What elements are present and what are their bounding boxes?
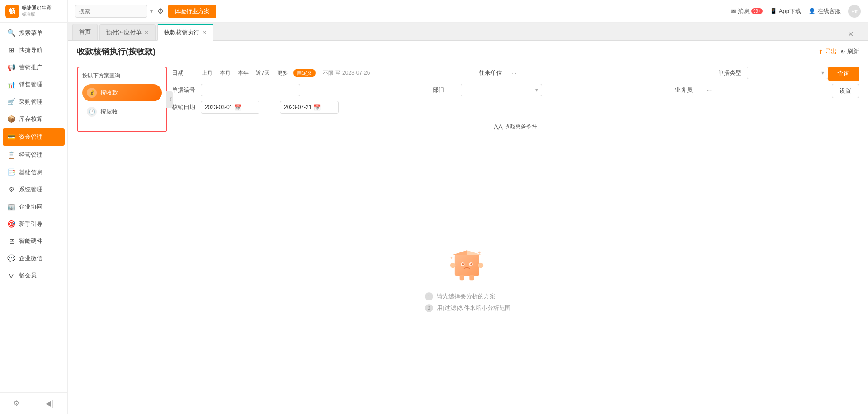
dept-select[interactable]: ▾ <box>461 84 542 96</box>
solution-button[interactable]: 体验行业方案 <box>168 5 216 18</box>
message-icon: ✉ <box>731 8 736 14</box>
shortcut-last-month[interactable]: 上月 <box>200 68 214 78</box>
receivable-icon: 🕐 <box>87 107 97 117</box>
quick-nav-icon: ⊞ <box>7 46 15 54</box>
sidebar-item-member[interactable]: V畅会员 <box>0 267 67 284</box>
sidebar-item-search-menu[interactable]: 🔍搜索菜单 <box>0 24 67 42</box>
sidebar-item-hardware[interactable]: 🖥智能硬件 <box>0 233 67 250</box>
tab-home[interactable]: 首页 <box>72 24 98 40</box>
tab-expand-button[interactable]: ⛶ <box>856 30 863 38</box>
sidebar: 畅 畅捷通好生意 标准版 🔍搜索菜单⊞快捷导航📢营销推广📊销售管理🛒采购管理📦库… <box>0 0 68 414</box>
user-avatar[interactable]: Rit <box>848 5 861 18</box>
filter-option-by-receipt[interactable]: 💰 按收款 <box>82 84 162 101</box>
doc-no-label: 单据编号 <box>172 86 195 94</box>
tab-receipt-verify[interactable]: 收款核销执行 ✕ <box>157 24 213 41</box>
svg-point-3 <box>462 263 464 265</box>
logo-icon: 畅 <box>5 5 19 18</box>
search-input[interactable] <box>75 5 147 18</box>
shortcut-7days[interactable]: 近7天 <box>254 68 272 78</box>
main-area: ▾ ⚙ 体验行业方案 ✉ 消息 99+ 📱 App下载 👤 在线客服 Rit <box>68 0 868 414</box>
verify-date-end-input[interactable]: 2023-07-21 📅 <box>280 101 339 114</box>
search-menu-icon: 🔍 <box>7 29 15 37</box>
verify-date-start-calendar-icon[interactable]: 📅 <box>234 104 241 111</box>
more-conditions-button[interactable]: ⋀⋀ 收起更多条件 <box>488 121 542 132</box>
date-label: 日期 <box>172 69 194 77</box>
staff-ellipsis[interactable]: ··· <box>705 86 714 94</box>
collapse-icon[interactable]: ◀‖ <box>42 397 58 409</box>
export-button[interactable]: ⬆ 导出 <box>818 48 837 56</box>
verify-date-end-calendar-icon[interactable]: 📅 <box>313 104 321 111</box>
tab-close-all-button[interactable]: ✕ <box>848 30 854 38</box>
shortcut-this-year[interactable]: 本年 <box>236 68 250 78</box>
tab-receipt-verify-close[interactable]: ✕ <box>202 29 207 36</box>
sidebar-item-system[interactable]: ⚙系统管理 <box>0 181 67 198</box>
sidebar-item-label-finance: 资金管理 <box>19 133 42 141</box>
filter-option-by-receivable[interactable]: 🕐 按应收 <box>82 103 162 120</box>
partner-input[interactable]: ··· <box>508 67 609 79</box>
collapse-panel-button[interactable]: 《 <box>166 91 173 108</box>
search-area: ▾ <box>75 5 153 18</box>
marketing-icon: 📢 <box>7 63 15 71</box>
sidebar-item-label-hardware: 智能硬件 <box>19 237 42 245</box>
filter-right-panel: 日期 上月 本月 本年 近7天 更多 自定义 不限 至 <box>172 67 859 132</box>
sidebar-item-label-search-menu: 搜索菜单 <box>19 29 42 37</box>
wechat-icon: 💬 <box>7 254 15 262</box>
verify-date-start-input[interactable]: 2023-03-01 📅 <box>201 101 259 114</box>
sidebar-item-operations[interactable]: 📋经营管理 <box>0 147 67 164</box>
tip-num-1: 1 <box>425 292 433 300</box>
shortcut-more[interactable]: 更多 <box>275 68 290 78</box>
empty-state: ✦ ✦ 1 请先选择要分析的方案 2 用[过滤]条件来缩小分析范围 <box>68 138 868 414</box>
empty-tips: 1 请先选择要分析的方案 2 用[过滤]条件来缩小分析范围 <box>425 292 510 312</box>
sidebar-item-label-inventory: 库存核算 <box>19 115 42 123</box>
filter-area: 按以下方案查询 💰 按收款 🕐 按应收 《 <box>68 61 868 138</box>
tab-prepay-close[interactable]: ✕ <box>144 29 149 36</box>
sidebar-item-sales[interactable]: 📊销售管理 <box>0 76 67 93</box>
doc-no-input[interactable] <box>201 84 300 96</box>
sidebar-bottom: ⚙ ◀‖ <box>0 392 67 414</box>
shortcut-custom[interactable]: 自定义 <box>293 69 316 77</box>
filter-row-1: 日期 上月 本月 本年 近7天 更多 自定义 不限 至 <box>172 67 828 79</box>
operations-icon: 📋 <box>7 151 15 159</box>
sidebar-item-purchase[interactable]: 🛒采购管理 <box>0 93 67 110</box>
phone-icon: 📱 <box>770 8 777 14</box>
doc-type-select[interactable]: ▾ <box>747 67 828 79</box>
sales-icon: 📊 <box>7 81 15 89</box>
partner-ellipsis[interactable]: ··· <box>509 69 519 76</box>
sidebar-item-wechat[interactable]: 💬企业微信 <box>0 250 67 267</box>
svg-point-8 <box>478 262 484 268</box>
online-service-label: 在线客服 <box>817 7 841 15</box>
filter-option-by-receipt-label: 按收款 <box>100 89 118 97</box>
sidebar-item-label-marketing: 营销推广 <box>19 63 42 71</box>
sidebar-item-quick-nav[interactable]: ⊞快捷导航 <box>0 42 67 59</box>
sidebar-item-marketing[interactable]: 📢营销推广 <box>0 59 67 76</box>
message-item[interactable]: ✉ 消息 99+ <box>731 7 763 15</box>
svg-text:✦: ✦ <box>477 250 481 255</box>
export-icon: ⬆ <box>818 48 823 55</box>
sidebar-item-label-basic-info: 基础信息 <box>19 168 42 176</box>
user-name: Rit <box>851 9 857 14</box>
tab-home-label: 首页 <box>79 28 91 36</box>
date-unlimited-label: 不限 <box>323 69 334 77</box>
svg-text:✦: ✦ <box>450 256 453 260</box>
staff-input[interactable]: ··· <box>703 84 828 96</box>
staff-label: 业务员 <box>675 86 698 94</box>
settings-icon[interactable]: ⚙ <box>9 397 23 409</box>
sidebar-item-inventory[interactable]: 📦库存核算 <box>0 110 67 128</box>
refresh-button[interactable]: ↻ 刷新 <box>840 48 859 56</box>
tab-prepay[interactable]: 预付冲应付单 ✕ <box>99 24 156 40</box>
sidebar-item-enterprise[interactable]: 🏢企业协同 <box>0 198 67 215</box>
topbar-gear-icon[interactable]: ⚙ <box>157 7 164 15</box>
sidebar-item-finance[interactable]: 💳资金管理 <box>3 128 65 146</box>
online-service-item[interactable]: 👤 在线客服 <box>808 7 841 15</box>
app-logo: 畅 畅捷通好生意 标准版 <box>0 0 67 23</box>
settings-button[interactable]: 设置 <box>832 84 859 98</box>
dropdown-icon[interactable]: ▾ <box>150 8 153 14</box>
app-download-item[interactable]: 📱 App下载 <box>770 7 801 15</box>
shortcut-this-month[interactable]: 本月 <box>218 68 232 78</box>
query-button[interactable]: 查询 <box>828 67 859 81</box>
collapse-icon: ⋀⋀ <box>494 124 503 130</box>
sidebar-item-guide[interactable]: 🎯新手引导 <box>0 215 67 233</box>
tip-num-2: 2 <box>425 304 433 312</box>
sidebar-item-basic-info[interactable]: 📑基础信息 <box>0 164 67 181</box>
member-icon: V <box>7 272 15 280</box>
